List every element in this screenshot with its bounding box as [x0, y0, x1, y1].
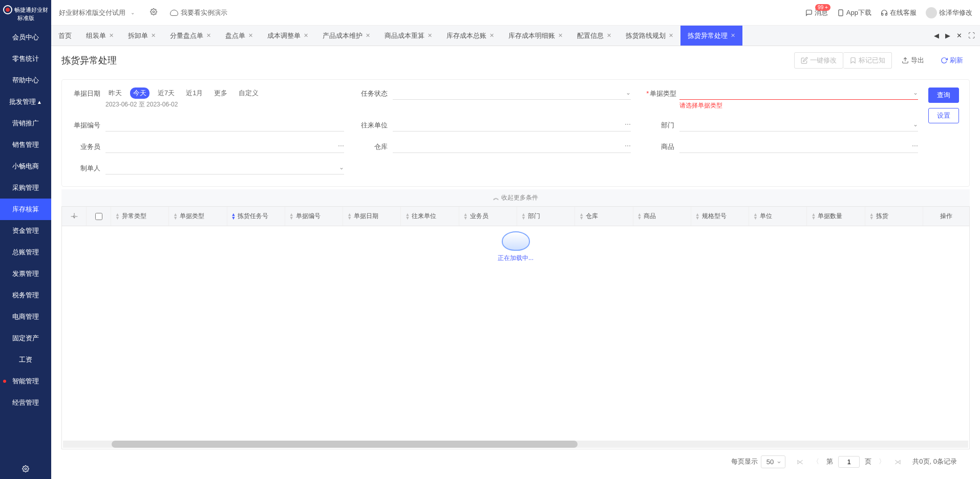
sidebar-item-10[interactable]: 总账管理	[0, 242, 51, 263]
date-option-1[interactable]: 今天	[130, 88, 150, 99]
tabs-next[interactable]: ▶	[945, 32, 950, 39]
sort-icon[interactable]: ▲▼	[811, 213, 816, 220]
sort-icon[interactable]: ▲▼	[347, 213, 352, 220]
warehouse-input[interactable]	[393, 141, 631, 153]
column-header-3[interactable]: ▲▼单据编号	[285, 207, 343, 226]
column-header-9[interactable]: ▲▼商品	[633, 207, 691, 226]
tab-2[interactable]: 拆卸单✕	[121, 26, 163, 46]
tab-11[interactable]: 拣货路线规划✕	[619, 26, 680, 46]
prev-page[interactable]: 〈	[811, 456, 821, 467]
more-icon[interactable]: ⋯	[912, 142, 918, 149]
sidebar-item-6[interactable]: 小畅电商	[0, 156, 51, 177]
last-page[interactable]: ⋊	[892, 457, 903, 467]
sidebar-settings[interactable]	[0, 460, 51, 479]
collapse-filters[interactable]: ︽ 收起更多条件	[61, 189, 970, 206]
column-header-1[interactable]: ▲▼单据类型	[169, 207, 227, 226]
column-header-4[interactable]: ▲▼单据日期	[343, 207, 401, 226]
tab-5[interactable]: 成本调整单✕	[260, 26, 315, 46]
tab-1[interactable]: 组装单✕	[79, 26, 121, 46]
sidebar-item-7[interactable]: 采购管理	[0, 177, 51, 199]
column-header-13[interactable]: ▲▼拣货	[865, 207, 923, 226]
sort-icon[interactable]: ▲▼	[753, 213, 758, 220]
sort-icon[interactable]: ▲▼	[115, 213, 120, 220]
sidebar-item-12[interactable]: 税务管理	[0, 285, 51, 306]
date-option-3[interactable]: 近1月	[183, 88, 206, 99]
sidebar-item-1[interactable]: 零售统计	[0, 48, 51, 70]
tab-close-icon[interactable]: ✕	[366, 32, 370, 39]
sidebar-item-8[interactable]: 库存核算	[0, 199, 51, 220]
tab-close-icon[interactable]: ✕	[489, 32, 494, 39]
first-page[interactable]: ⋉	[795, 457, 805, 467]
page-input[interactable]	[838, 456, 860, 468]
tab-close-icon[interactable]: ✕	[731, 32, 735, 39]
sidebar-item-4[interactable]: 营销推广	[0, 113, 51, 134]
chevron-down-icon[interactable]: ⌄	[339, 164, 344, 171]
chevron-down-icon[interactable]: ⌄	[626, 89, 631, 96]
tab-6[interactable]: 产品成本维护✕	[315, 26, 377, 46]
sidebar-item-15[interactable]: 工资	[0, 349, 51, 371]
tabs-fullscreen[interactable]: ⛶	[968, 32, 975, 39]
date-option-0[interactable]: 昨天	[105, 88, 125, 99]
sidebar-item-3[interactable]: 批发管理▲	[0, 91, 51, 113]
column-header-0[interactable]: ▲▼异常类型	[111, 207, 169, 226]
next-page[interactable]: 〉	[877, 456, 887, 467]
chevron-down-icon[interactable]: ⌄	[913, 89, 918, 96]
sort-icon[interactable]: ▲▼	[231, 213, 236, 220]
messages-button[interactable]: 消息 99 +	[805, 8, 828, 17]
sidebar-item-2[interactable]: 帮助中心	[0, 70, 51, 91]
product-selector[interactable]: 好业财标准版交付试用 ⌄	[59, 8, 135, 17]
user-menu[interactable]: 徐泽华修改	[926, 7, 972, 18]
doc-type-select[interactable]	[679, 88, 918, 100]
scrollbar-thumb[interactable]	[112, 441, 578, 448]
salesman-input[interactable]	[105, 141, 344, 153]
sidebar-item-5[interactable]: 销售管理	[0, 134, 51, 156]
column-header-2[interactable]: ▲▼拣货任务号	[227, 207, 285, 226]
app-download-button[interactable]: App下载	[837, 8, 871, 17]
sort-icon[interactable]: ▲▼	[289, 213, 294, 220]
tabs-prev[interactable]: ◀	[934, 32, 939, 39]
sidebar-item-0[interactable]: 会员中心	[0, 27, 51, 48]
column-header-5[interactable]: ▲▼往来单位	[401, 207, 459, 226]
column-header-6[interactable]: ▲▼业务员	[459, 207, 517, 226]
sort-icon[interactable]: ▲▼	[405, 213, 410, 220]
sort-icon[interactable]: ▲▼	[869, 213, 874, 220]
column-header-11[interactable]: ▲▼单位	[749, 207, 807, 226]
sidebar-item-9[interactable]: 资金管理	[0, 220, 51, 242]
export-button[interactable]: 导出	[895, 52, 931, 69]
creator-select[interactable]	[105, 162, 344, 175]
dept-select[interactable]	[679, 119, 918, 132]
tab-close-icon[interactable]: ✕	[109, 32, 114, 39]
sidebar-item-17[interactable]: 经营管理	[0, 392, 51, 413]
more-icon[interactable]: ⋯	[338, 142, 344, 149]
more-icon[interactable]: ⋯	[625, 142, 631, 149]
chevron-down-icon[interactable]: ⌄	[913, 121, 918, 128]
refresh-button[interactable]: 刷新	[934, 52, 970, 69]
demo-link[interactable]: 我要看实例演示	[170, 8, 227, 17]
partner-input[interactable]	[393, 119, 631, 132]
column-header-12[interactable]: ▲▼单据数量	[807, 207, 865, 226]
sidebar-item-11[interactable]: 发票管理	[0, 263, 51, 285]
sort-icon[interactable]: ▲▼	[173, 213, 178, 220]
sort-icon[interactable]: ▲▼	[521, 213, 526, 220]
goods-input[interactable]	[679, 141, 918, 153]
column-header-10[interactable]: ▲▼规格型号	[691, 207, 749, 226]
sidebar-item-13[interactable]: 电商管理	[0, 306, 51, 328]
settings-button[interactable]: 设置	[928, 108, 959, 123]
support-button[interactable]: 在线客服	[881, 8, 917, 17]
settings-icon[interactable]	[150, 8, 157, 17]
column-header-8[interactable]: ▲▼仓库	[575, 207, 633, 226]
tab-3[interactable]: 分量盘点单✕	[163, 26, 218, 46]
tab-close-icon[interactable]: ✕	[558, 32, 563, 39]
column-settings[interactable]	[62, 207, 87, 226]
query-button[interactable]: 查询	[928, 88, 959, 103]
tab-close-icon[interactable]: ✕	[151, 32, 156, 39]
tab-8[interactable]: 库存成本总账✕	[439, 26, 501, 46]
sidebar-item-16[interactable]: 智能管理	[0, 371, 51, 392]
select-all[interactable]	[87, 207, 111, 226]
task-status-select[interactable]	[393, 88, 631, 100]
sidebar-item-14[interactable]: 固定资产	[0, 328, 51, 349]
sort-icon[interactable]: ▲▼	[695, 213, 700, 220]
more-icon[interactable]: ⋯	[625, 121, 631, 128]
tab-4[interactable]: 盘点单✕	[218, 26, 260, 46]
date-option-2[interactable]: 近7天	[155, 88, 178, 99]
